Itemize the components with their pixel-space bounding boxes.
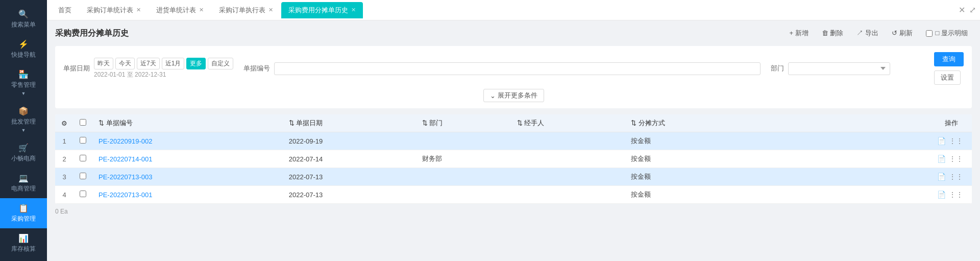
row-edit-icon-2[interactable]: 📄 [937, 155, 946, 163]
date-btn-custom[interactable]: 自定义 [208, 58, 233, 69]
doc-link-1[interactable]: PE-20220919-002 [99, 137, 153, 145]
row-date-4: 2022-07-13 [283, 186, 416, 204]
dept-select[interactable] [788, 62, 890, 75]
row-split-2: 按金额 [625, 150, 931, 168]
row-more-icon-1[interactable]: ⋮⋮ [949, 137, 963, 145]
expand-conditions-button[interactable]: ⌄ 展开更多条件 [483, 89, 544, 102]
row-date-1: 2022-09-19 [283, 132, 416, 150]
row-actions-1: 📄 ⋮⋮ [931, 132, 972, 150]
page-title: 采购费用分摊单历史 [55, 28, 129, 39]
row-check-1[interactable] [74, 132, 92, 150]
date-btn-today[interactable]: 今天 [115, 58, 135, 69]
date-btn-7days[interactable]: 近7天 [137, 58, 160, 69]
main-area: 首页 采购订单统计表 ✕ 进货单统计表 ✕ 采购订单执行表 ✕ 采购费用分摊单历… [47, 0, 980, 261]
table-row: 3 PE-20220713-003 2022-07-13 按金额 📄 ⋮⋮ [55, 168, 972, 186]
row-edit-icon-4[interactable]: 📄 [937, 191, 946, 199]
tab-cost-split-history[interactable]: 采购费用分摊单历史 ✕ [281, 2, 363, 18]
table-row: 2 PE-20220714-001 2022-07-14 财务部 按金额 📄 ⋮… [55, 150, 972, 168]
sidebar-item-search[interactable]: 🔍 搜索菜单 [0, 4, 47, 34]
setting-button[interactable]: 设置 [934, 70, 961, 85]
table-row: 4 PE-20220713-001 2022-07-13 按金额 📄 ⋮⋮ [55, 186, 972, 204]
row-num-1: 1 [55, 132, 74, 150]
row-docnum-1: PE-20220919-002 [92, 132, 283, 150]
table-header-row: ⚙ ⇅ 单据编号 ⇅ 单据日期 ⇅ 部门 [55, 114, 972, 132]
tab-goods-stats[interactable]: 进货单统计表 ✕ [149, 2, 211, 18]
handler-column-header: ⇅ 经手人 [511, 114, 625, 132]
dept-label: 部门 [771, 64, 784, 73]
row-num-3: 3 [55, 168, 74, 186]
search-action-group: 查询 设置 [934, 52, 964, 85]
tab-close-purchase-order-stats[interactable]: ✕ [136, 7, 141, 13]
tab-home[interactable]: 首页 [51, 2, 79, 18]
delete-button[interactable]: 🗑 删除 [818, 27, 848, 40]
split-method-column-header: ⇅ 分摊方式 [625, 114, 931, 132]
select-all-checkbox[interactable] [80, 119, 86, 126]
tab-close-purchase-exec[interactable]: ✕ [268, 7, 273, 13]
doc-link-2[interactable]: PE-20220714-001 [99, 155, 153, 163]
date-search-field: 单据日期 昨天 今天 近7天 近1月 更多 自定义 2022-01-01 至 2… [63, 58, 233, 79]
tab-purchase-order-stats[interactable]: 采购订单统计表 ✕ [80, 2, 148, 18]
search-area: 单据日期 昨天 今天 近7天 近1月 更多 自定义 2022-01-01 至 2… [55, 46, 972, 108]
row-handler-2 [511, 150, 625, 168]
date-btn-more[interactable]: 更多 [186, 58, 206, 69]
gear-column-header[interactable]: ⚙ [55, 114, 74, 132]
sidebar-item-ecommerce-small[interactable]: 🛒 小畅电商 [0, 138, 47, 168]
date-shortcuts-row: 昨天 今天 近7天 近1月 更多 自定义 [94, 58, 233, 69]
row-actions-2: 📄 ⋮⋮ [931, 150, 972, 168]
sidebar-item-inventory[interactable]: 📊 库存核算 [0, 228, 47, 258]
row-dept-1 [416, 132, 511, 150]
row-check-4[interactable] [74, 186, 92, 204]
date-label: 单据日期 [63, 64, 90, 73]
tab-close-goods-stats[interactable]: ✕ [199, 7, 204, 13]
row-date-2: 2022-07-14 [283, 150, 416, 168]
docnum-search-field: 单据编号 [243, 62, 761, 75]
expand-row: ⌄ 展开更多条件 [63, 89, 964, 102]
row-check-3[interactable] [74, 168, 92, 186]
content-area: 采购费用分摊单历史 + 新增 🗑 删除 ↗ 导出 ↺ 刷新 □ 显示明细 单据日… [47, 20, 980, 261]
row-dept-4 [416, 186, 511, 204]
date-column-header: ⇅ 单据日期 [283, 114, 416, 132]
date-btn-1month[interactable]: 近1月 [162, 58, 185, 69]
tab-close-cost-split[interactable]: ✕ [351, 7, 356, 13]
sidebar-item-wholesale[interactable]: 📦 批发管理 ▼ [0, 101, 47, 138]
close-all-tabs-icon[interactable]: ✕ [959, 5, 965, 15]
row-edit-icon-1[interactable]: 📄 [937, 137, 946, 145]
row-more-icon-4[interactable]: ⋮⋮ [949, 191, 963, 199]
sidebar-item-purchase[interactable]: 📋 采购管理 ◀ [0, 198, 47, 228]
docnum-input[interactable] [274, 62, 761, 75]
add-button[interactable]: + 新增 [785, 27, 812, 40]
sidebar: 🔍 搜索菜单 ⚡ 快捷导航 🏪 零售管理 ▼ 📦 批发管理 ▼ 🛒 小畅电商 💻… [0, 0, 47, 261]
show-details-button[interactable]: □ 显示明细 [922, 27, 972, 40]
doc-link-4[interactable]: PE-20220713-001 [99, 191, 153, 199]
row-actions-3: 📄 ⋮⋮ [931, 168, 972, 186]
date-btn-yesterday[interactable]: 昨天 [94, 58, 113, 69]
docnum-column-header: ⇅ 单据编号 [92, 114, 283, 132]
row-check-2[interactable] [74, 150, 92, 168]
actions-column-header: 操作 [931, 114, 972, 132]
row-actions-4: 📄 ⋮⋮ [931, 186, 972, 204]
tab-bar-actions: ✕ ⤢ [959, 5, 976, 15]
sidebar-item-retail[interactable]: 🏪 零售管理 ▼ [0, 64, 47, 101]
row-more-icon-3[interactable]: ⋮⋮ [949, 173, 963, 181]
retail-icon: 🏪 [18, 69, 29, 79]
show-details-checkbox[interactable] [926, 30, 933, 37]
doc-link-3[interactable]: PE-20220713-003 [99, 173, 153, 181]
tab-purchase-exec[interactable]: 采购订单执行表 ✕ [212, 2, 280, 18]
row-handler-3 [511, 168, 625, 186]
data-table-wrap: ⚙ ⇅ 单据编号 ⇅ 单据日期 ⇅ 部门 [55, 114, 972, 204]
restore-icon[interactable]: ⤢ [969, 5, 976, 15]
sidebar-item-quick-nav[interactable]: ⚡ 快捷导航 [0, 34, 47, 64]
sidebar-item-finance[interactable]: 💰 资金管理 [0, 258, 47, 261]
row-split-1: 按金额 [625, 132, 931, 150]
row-more-icon-2[interactable]: ⋮⋮ [949, 155, 963, 163]
row-edit-icon-3[interactable]: 📄 [937, 173, 946, 181]
export-button[interactable]: ↗ 导出 [852, 27, 883, 40]
table-body: 1 PE-20220919-002 2022-09-19 按金额 📄 ⋮⋮ [55, 132, 972, 204]
ecommerce-small-icon: 🛒 [18, 143, 29, 153]
toolbar: + 新增 🗑 删除 ↗ 导出 ↺ 刷新 □ 显示明细 [785, 27, 972, 40]
refresh-button[interactable]: ↺ 刷新 [888, 27, 917, 40]
sidebar-item-ecommerce[interactable]: 💻 电商管理 [0, 168, 47, 198]
search-button[interactable]: 查询 [934, 52, 964, 66]
date-range-text: 2022-01-01 至 2022-12-31 [94, 70, 233, 79]
status-bar: 0 Ea [55, 208, 972, 215]
